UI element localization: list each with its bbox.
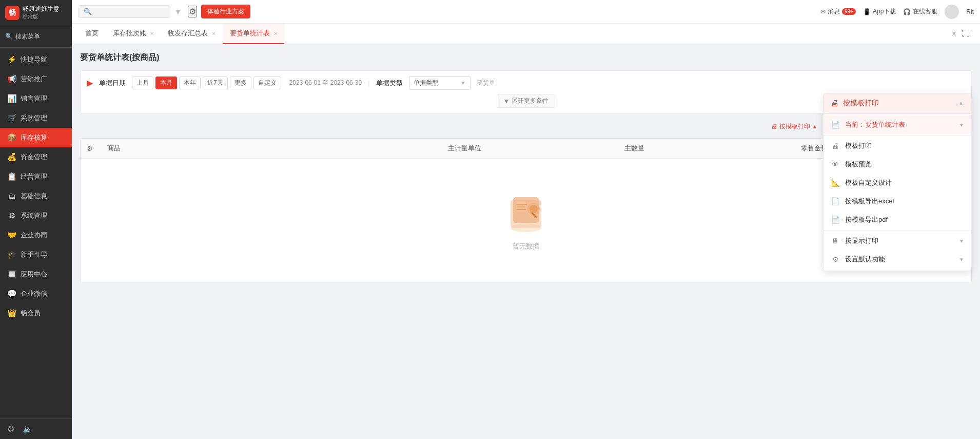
date-btn-prev-month[interactable]: 上月 (132, 77, 153, 89)
expand-icon: ▼ (503, 98, 509, 105)
headset-icon: 🎧 (903, 8, 911, 15)
dropdown-template-design[interactable]: 📐 模板自定义设计 (824, 174, 971, 192)
dropdown-title: 按模板打印 (843, 99, 879, 108)
topbar-gear-button[interactable]: ⚙ (188, 6, 197, 17)
online-service-action[interactable]: 🎧 在线客服 (903, 7, 937, 16)
sidebar-item-label: 销售管理 (21, 94, 47, 103)
sidebar: 畅 畅康通好生意 标准版 🔍 搜索菜单 ⚡ 快捷导航 📢 营销推广 📊 销售管理… (0, 0, 72, 439)
dropdown-export-pdf[interactable]: 📄 按模板导出pdf (824, 211, 971, 229)
date-btn-custom[interactable]: 自定义 (253, 77, 281, 89)
dropdown-template-print[interactable]: 🖨 模板打印 (824, 137, 971, 155)
tab-home[interactable]: 首页 (78, 24, 106, 44)
th-settings[interactable]: ⚙ (81, 140, 101, 158)
dropdown-default-func[interactable]: ⚙ 设置默认功能 ▼ (824, 250, 971, 269)
empty-text: 暂无数据 (513, 242, 539, 251)
date-btn-last7[interactable]: 近7天 (203, 77, 228, 89)
search-icon: 🔍 (5, 33, 13, 40)
tab-order-stats[interactable]: 要货单统计表 × (223, 24, 284, 44)
dropdown-sep1 (824, 135, 971, 136)
topbar-dropdown-arrow[interactable]: ▼ (174, 8, 182, 16)
dropdown-template-design-icon: 📐 (831, 179, 840, 187)
finance-icon: 💰 (7, 152, 16, 162)
dropdown-display-print[interactable]: 🖥 按显示打印 ▼ (824, 232, 971, 250)
sidebar-item-label: 企业协同 (21, 231, 47, 240)
dropdown-export-excel[interactable]: 📄 按模板导出excel (824, 192, 971, 211)
sidebar-item-label: 资金管理 (21, 152, 47, 162)
window-maximize-btn[interactable]: ⛶ (962, 29, 970, 39)
date-buttons: 上月 本月 本年 近7天 更多 自定义 (132, 77, 281, 89)
dropdown-current-template[interactable]: 📄 当前：要货单统计表 ▼ (824, 116, 971, 134)
sidebar-item-wechat[interactable]: 💬 企业微信 (0, 284, 72, 303)
message-label: 消息 (828, 7, 840, 16)
sidebar-item-label: 库存核算 (21, 133, 47, 142)
topbar: 🔍 ▼ ⚙ 体验行业方案 ✉ 消息 99+ 📱 App下载 🎧 在线客服 Rit (72, 0, 980, 24)
dropdown-template-preview-icon: 👁 (831, 160, 840, 168)
date-btn-current-year[interactable]: 本年 (179, 77, 201, 89)
search-menu-label: 搜索菜单 (15, 32, 40, 41)
sidebar-item-collab[interactable]: 🤝 企业协同 (0, 225, 72, 245)
sidebar-item-member[interactable]: 👑 畅会员 (0, 303, 72, 323)
trial-button[interactable]: 体验行业方案 (201, 5, 250, 18)
sidebar-item-operations[interactable]: 📋 经营管理 (0, 167, 72, 186)
order-type-select-label: 单据类型 (414, 79, 438, 87)
date-btn-current-month[interactable]: 本月 (155, 77, 177, 89)
topbar-search-box[interactable]: 🔍 (78, 5, 170, 18)
sidebar-item-inventory[interactable]: 📦 库存核算 (0, 128, 72, 147)
expand-more-button[interactable]: ▼ 展开更多条件 (497, 94, 555, 108)
message-action[interactable]: ✉ 消息 99+ (820, 7, 856, 16)
tab-batch-account[interactable]: 库存批次账 × (106, 24, 161, 44)
sidebar-item-marketing[interactable]: 📢 营销推广 (0, 69, 72, 89)
dropdown-default-func-label: 设置默认功能 (845, 255, 954, 264)
settings-bottom-icon[interactable]: ⚙ (7, 424, 14, 434)
user-name: Rit (966, 8, 974, 15)
sales-icon: 📊 (7, 94, 16, 103)
date-btn-more[interactable]: 更多 (230, 77, 251, 89)
speaker-icon[interactable]: 🔈 (23, 424, 33, 434)
dropdown-collapse-icon[interactable]: ▲ (958, 100, 964, 107)
system-icon: ⚙ (7, 211, 16, 220)
sidebar-item-basic[interactable]: 🗂 基础信息 (0, 186, 72, 206)
window-close-btn[interactable]: × (952, 29, 956, 39)
tab-order-stats-close[interactable]: × (274, 30, 277, 36)
sidebar-item-system[interactable]: ⚙ 系统管理 (0, 206, 72, 225)
dropdown-export-excel-icon: 📄 (831, 197, 840, 205)
tab-receipt-summary[interactable]: 收发存汇总表 × (161, 24, 222, 44)
sidebar-item-label: 采购管理 (21, 113, 47, 123)
sidebar-item-label: 基础信息 (21, 192, 47, 201)
sidebar-bottom: ⚙ 🔈 (0, 418, 72, 439)
order-type-select[interactable]: 单据类型 ▼ (409, 76, 471, 90)
sidebar-item-appstore[interactable]: 🔲 应用中心 (0, 264, 72, 284)
logo: 畅 畅康通好生意 标准版 (0, 0, 72, 26)
sidebar-item-sales[interactable]: 📊 销售管理 (0, 89, 72, 108)
sidebar-item-finance[interactable]: 💰 资金管理 (0, 147, 72, 167)
sidebar-item-label: 新手引导 (21, 250, 47, 259)
empty-illustration (500, 189, 552, 236)
dropdown-header-left: 🖨 按模板打印 (831, 99, 879, 108)
template-print-dropdown: 🖨 按模板打印 ▲ 📄 当前：要货单统计表 ▼ 🖨 模板打印 (823, 93, 972, 271)
th-quantity: 主数量 (618, 139, 795, 158)
dropdown-default-func-icon: ⚙ (831, 255, 840, 263)
inventory-icon: 📦 (7, 133, 16, 142)
online-service-label: 在线客服 (913, 7, 937, 16)
template-print-button[interactable]: 🖨 按模板打印 ▲ (767, 120, 821, 133)
tab-receipt-summary-close[interactable]: × (212, 30, 215, 36)
user-avatar[interactable] (945, 5, 959, 19)
dropdown-default-func-arrow: ▼ (959, 257, 964, 262)
dropdown-template-design-label: 模板自定义设计 (845, 178, 964, 187)
search-menu-button[interactable]: 🔍 搜索菜单 (5, 30, 67, 43)
tab-batch-account-close[interactable]: × (150, 30, 153, 36)
app-download-action[interactable]: 📱 App下载 (863, 7, 896, 16)
dropdown-template-preview[interactable]: 👁 模板预览 (824, 155, 971, 174)
collab-icon: 🤝 (7, 231, 16, 240)
main-area: 🔍 ▼ ⚙ 体验行业方案 ✉ 消息 99+ 📱 App下载 🎧 在线客服 Rit (72, 0, 980, 439)
tab-home-label: 首页 (85, 29, 99, 38)
dropdown-export-pdf-icon: 📄 (831, 216, 840, 224)
sidebar-item-label: 营销推广 (21, 74, 47, 84)
quick-nav-icon: ⚡ (7, 55, 16, 64)
sidebar-item-purchase[interactable]: 🛒 采购管理 (0, 108, 72, 128)
sidebar-item-quick-nav[interactable]: ⚡ 快捷导航 (0, 50, 72, 69)
filter-expand-icon[interactable]: ▶ (87, 78, 93, 88)
topbar-search-input[interactable] (95, 8, 156, 15)
dropdown-template-arrow: ▼ (959, 122, 964, 128)
sidebar-item-guide[interactable]: 🎓 新手引导 (0, 245, 72, 264)
